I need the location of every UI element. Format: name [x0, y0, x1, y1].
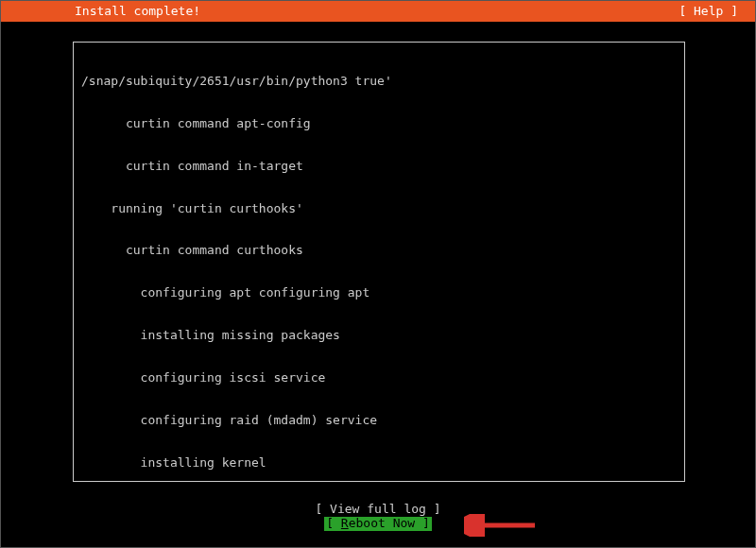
log-line: /snap/subiquity/2651/usr/bin/python3 tru… [81, 75, 677, 89]
log-line: curtin command curthooks [81, 244, 677, 258]
log-line: configuring apt configuring apt [81, 286, 677, 300]
log-line: installing missing packages [81, 329, 677, 343]
button-area: [ View full log ] [ Reboot Now ] [1, 503, 755, 531]
reboot-hotkey: R [341, 516, 349, 530]
view-full-log-button[interactable]: [ View full log ] [1, 503, 755, 517]
help-button[interactable]: [ Help ] [679, 5, 738, 19]
log-line: configuring raid (mdadm) service [81, 414, 677, 428]
log-line: curtin command apt-config [81, 117, 677, 131]
annotation-arrow-icon [464, 514, 540, 537]
log-line: installing kernel [81, 456, 677, 471]
reboot-now-button[interactable]: [ Reboot Now ] [324, 517, 432, 531]
header-title: Install complete! [75, 5, 200, 19]
install-log-frame: /snap/subiquity/2651/usr/bin/python3 tru… [73, 42, 685, 482]
header-bar: Install complete! [ Help ] [1, 1, 755, 22]
log-line: running 'curtin curthooks' [81, 202, 677, 216]
log-line: curtin command in-target [81, 160, 677, 174]
log-line: configuring iscsi service [81, 371, 677, 385]
